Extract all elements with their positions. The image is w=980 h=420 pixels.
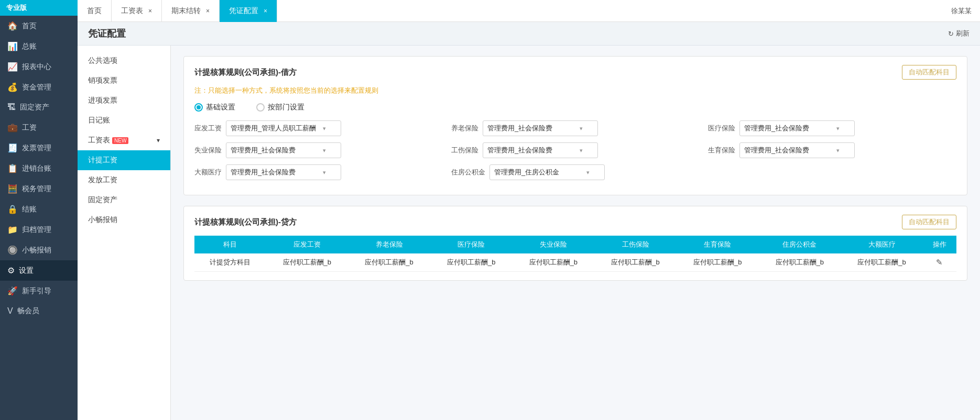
tab-voucher-config[interactable]: 凭证配置 × (220, 0, 277, 22)
debit-auto-match-button[interactable]: 自动匹配科目 (902, 65, 956, 80)
select-yingfa-value: 管理费用_管理人员职工薪酬 (231, 124, 316, 133)
th-shengyu: 生育保险 (677, 236, 759, 253)
sidebar-item-archive[interactable]: 📁 归档管理 (0, 219, 78, 240)
radio-basic-circle (194, 103, 203, 112)
sidebar-label-sales-ledger: 进销台账 (22, 164, 51, 173)
topbar-right: 徐某某 (951, 6, 980, 16)
sidebar-item-settings[interactable]: ⚙ 设置 (0, 260, 78, 281)
sidebar-item-sales-ledger[interactable]: 📋 进销台账 (0, 158, 78, 179)
sidebar-item-home[interactable]: 🏠 首页 (0, 16, 78, 36)
select-yingfa-arrow: ▾ (323, 125, 326, 132)
tab-payroll[interactable]: 工资表 × (112, 0, 162, 22)
radio-dept[interactable]: 按部门设置 (256, 103, 304, 112)
sidebar-item-fund[interactable]: 💰 资金管理 (0, 77, 78, 97)
label-yingfa: 应发工资 (194, 124, 222, 133)
left-nav-in-invoice[interactable]: 进项发票 (78, 91, 170, 110)
sidebar-item-guide[interactable]: 🚀 新手引导 (0, 281, 78, 301)
ledger-icon: 📊 (7, 41, 18, 51)
select-yiliao[interactable]: 管理费用_社会保险费 ▾ (739, 120, 855, 136)
left-nav-pay-salary[interactable]: 发放工资 (78, 170, 170, 190)
select-zhufang-arrow: ▾ (586, 169, 590, 176)
select-yiliao-arrow: ▾ (836, 125, 840, 132)
sidebar-label-reports: 报表中心 (22, 62, 51, 72)
tab-period-end-label: 期末结转 (171, 6, 201, 16)
sidebar-item-mini-expense[interactable]: 🔘 小畅报销 (0, 240, 78, 260)
refresh-button[interactable]: ↻ 刷新 (948, 29, 970, 38)
edit-icon[interactable]: ✎ (936, 258, 943, 267)
select-shiye[interactable]: 管理费用_社会保险费 ▾ (226, 142, 341, 158)
debit-field-shiye: 失业保险 管理费用_社会保险费 ▾ (194, 142, 443, 158)
sidebar-label-invoice: 发票管理 (22, 143, 51, 153)
close-period-end-tab[interactable]: × (206, 7, 210, 15)
tab-period-end[interactable]: 期末结转 × (162, 0, 220, 22)
left-nav-mini-expense[interactable]: 小畅报销 (78, 210, 170, 230)
left-nav-public[interactable]: 公共选项 (78, 51, 170, 71)
label-yiliao: 医疗保险 (708, 124, 735, 133)
sidebar-label-fund: 资金管理 (22, 83, 51, 92)
select-shengyu[interactable]: 管理费用_社会保险费 ▾ (739, 142, 855, 158)
td-zhufang: 应付职工薪酬_b (759, 253, 841, 272)
salary-icon: 💼 (7, 123, 18, 132)
sidebar-item-close[interactable]: 🔒 结账 (0, 199, 78, 219)
close-voucher-config-tab[interactable]: × (264, 7, 267, 15)
tab-home[interactable]: 首页 (78, 0, 112, 22)
sidebar-item-tax[interactable]: 🧮 税务管理 (0, 179, 78, 199)
sidebar-label-guide: 新手引导 (22, 286, 51, 296)
left-nav-cancel-invoice[interactable]: 销项发票 (78, 71, 170, 91)
td-op[interactable]: ✎ (923, 253, 956, 272)
left-nav-label-pay-salary: 发放工资 (88, 175, 117, 185)
debit-notice: 注：只能选择一种方式，系统将按照您当前的选择来配置规则 (194, 86, 956, 95)
sidebar-label-tax: 税务管理 (22, 184, 51, 194)
app-name: 专业版 (0, 0, 78, 16)
select-gongshang-arrow: ▾ (580, 147, 583, 154)
sidebar-item-general-ledger[interactable]: 📊 总账 (0, 36, 78, 57)
sidebar-label-home: 首页 (22, 21, 37, 31)
debit-fields-row3: 大额医疗 管理费用_社会保险费 ▾ 住房公积金 管理费用_住房公积金 ▾ (194, 164, 956, 180)
sidebar-label-archive: 归档管理 (22, 225, 51, 235)
th-yingfa: 应发工资 (266, 236, 349, 253)
main-panel: 计提核算规则(公司承担)-借方 自动匹配科目 注：只能选择一种方式，系统将按照您… (171, 46, 980, 420)
sidebar-item-salary[interactable]: 💼 工资 (0, 117, 78, 138)
select-shiye-value: 管理费用_社会保险费 (231, 146, 296, 155)
tab-voucher-config-label: 凭证配置 (229, 6, 258, 16)
new-badge: NEW (112, 137, 128, 144)
sidebar-item-member[interactable]: V 畅会员 (0, 301, 78, 321)
label-gongshang: 工伤保险 (451, 146, 478, 155)
left-nav-payroll-table[interactable]: 工资表 NEW ▾ (78, 130, 170, 150)
td-dae: 应付职工薪酬_b (841, 253, 923, 272)
left-nav-journal[interactable]: 日记账 (78, 110, 170, 130)
credit-auto-match-button[interactable]: 自动匹配科目 (902, 215, 956, 229)
sidebar-label-fixed-assets: 固定资产 (20, 103, 49, 112)
td-shengyu: 应付职工薪酬_b (677, 253, 759, 272)
sidebar-item-reports[interactable]: 📈 报表中心 (0, 57, 78, 77)
left-nav-label-mini-expense: 小畅报销 (88, 215, 117, 225)
left-nav-fixed-assets[interactable]: 固定资产 (78, 190, 170, 210)
close-accounts-icon: 🔒 (7, 204, 18, 214)
debit-field-yiliao: 医疗保险 管理费用_社会保险费 ▾ (708, 120, 956, 136)
td-gongshang: 应付职工薪酬_b (594, 253, 677, 272)
th-dae: 大额医疗 (841, 236, 923, 253)
td-yiliao: 应付职工薪酬_b (430, 253, 513, 272)
page-title: 凭证配置 (88, 27, 126, 40)
credit-section: 计提核算规则(公司承担)-贷方 自动匹配科目 科目 应发工资 养老保险 医疗保险… (183, 206, 967, 281)
sidebar-item-fixed-assets[interactable]: 🏗 固定资产 (0, 97, 78, 117)
sidebar-label-member: 畅会员 (17, 306, 39, 316)
select-dae[interactable]: 管理费用_社会保险费 ▾ (226, 164, 341, 180)
home-icon: 🏠 (7, 21, 18, 31)
tab-home-label: 首页 (87, 6, 102, 16)
left-nav-label-payroll-table: 工资表 (88, 136, 110, 145)
close-payroll-tab[interactable]: × (148, 7, 152, 15)
refresh-label: 刷新 (956, 29, 970, 38)
tax-icon: 🧮 (7, 184, 18, 194)
select-yingfa[interactable]: 管理费用_管理人员职工薪酬 ▾ (226, 120, 341, 136)
select-yanglao[interactable]: 管理费用_社会保险费 ▾ (483, 120, 598, 136)
credit-table: 科目 应发工资 养老保险 医疗保险 失业保险 工伤保险 生育保险 住房公积金 大… (194, 236, 956, 272)
select-gongshang[interactable]: 管理费用_社会保险费 ▾ (483, 142, 598, 158)
left-nav: 公共选项 销项发票 进项发票 日记账 工资表 NEW ▾ 计提工资 发放工资 (78, 46, 171, 420)
select-zhufang[interactable]: 管理费用_住房公积金 ▾ (489, 164, 605, 180)
left-nav-accrual[interactable]: 计提工资 (78, 150, 170, 170)
sidebar-item-invoice[interactable]: 🧾 发票管理 (0, 138, 78, 158)
sidebar-label-general-ledger: 总账 (22, 42, 37, 51)
radio-basic[interactable]: 基础设置 (194, 103, 235, 112)
radio-basic-label: 基础设置 (206, 103, 235, 112)
